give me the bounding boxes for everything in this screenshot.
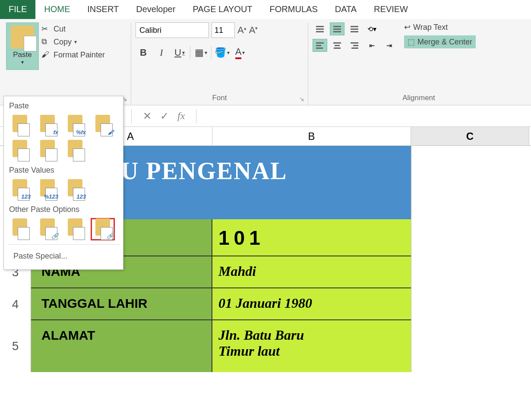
- scissors-icon: ✂: [41, 24, 51, 34]
- cell-b2[interactable]: 101: [212, 219, 411, 256]
- paste-option-values-number-format[interactable]: %123: [36, 179, 59, 201]
- font-name-select[interactable]: [136, 22, 209, 38]
- paste-section-header: Paste: [7, 99, 120, 113]
- align-middle-button[interactable]: [330, 22, 345, 35]
- increase-font-icon[interactable]: A▴: [237, 25, 247, 36]
- tab-page-layout[interactable]: PAGE LAYOUT: [184, 0, 261, 19]
- alignment-group-label: Alignment: [308, 94, 529, 105]
- paste-option-no-borders[interactable]: [8, 140, 32, 161]
- column-header-b[interactable]: B: [212, 127, 411, 145]
- cell-c5[interactable]: [411, 320, 529, 372]
- borders-button[interactable]: ▦: [193, 45, 209, 60]
- paste-option-values-source-format[interactable]: 123: [63, 179, 87, 201]
- merge-center-button[interactable]: ⬚ Merge & Center: [404, 35, 476, 48]
- cell-a5[interactable]: ALAMAT: [31, 320, 212, 372]
- paste-special-menu-item[interactable]: Paste Special...: [7, 247, 120, 265]
- font-group-label: Font: [131, 94, 308, 105]
- ribbon-tabs: FILE HOME INSERT Developer PAGE LAYOUT F…: [0, 0, 531, 19]
- bold-button[interactable]: B: [136, 45, 151, 60]
- paste-option-link[interactable]: 🔗: [36, 218, 59, 240]
- cut-button[interactable]: ✂ Cut: [41, 24, 105, 34]
- paste-option-keep-source-formatting[interactable]: 🖌: [91, 115, 114, 136]
- paste-icon: [11, 25, 34, 49]
- wrap-text-icon: ↩: [404, 22, 411, 32]
- tab-developer[interactable]: Developer: [127, 0, 184, 19]
- merge-icon: ⬚: [408, 37, 415, 47]
- cell-a4[interactable]: TANGGAL LAHIR: [31, 288, 212, 320]
- paste-option-formulas[interactable]: fx: [36, 115, 59, 136]
- group-alignment: ⟲▾ ⇤ ⇥ ↩ Wrap Text ⬚ Merge & Center: [308, 22, 529, 105]
- cell-c3[interactable]: [411, 256, 529, 288]
- paste-option-formulas-number-format[interactable]: %fx: [63, 115, 87, 136]
- wrap-text-button[interactable]: ↩ Wrap Text: [404, 22, 476, 32]
- cell-b3[interactable]: Mahdi: [212, 256, 411, 288]
- italic-button[interactable]: I: [154, 45, 169, 60]
- paste-dropdown-arrow[interactable]: ▾: [21, 59, 24, 65]
- tab-file[interactable]: FILE: [0, 0, 35, 19]
- cell-c2[interactable]: [411, 219, 529, 256]
- increase-indent-button[interactable]: ⇥: [382, 39, 396, 52]
- tab-insert[interactable]: INSERT: [79, 0, 127, 19]
- cell-c1[interactable]: [411, 146, 529, 219]
- cancel-formula-icon[interactable]: ✕: [143, 110, 152, 122]
- paste-values-section-header: Paste Values: [7, 163, 120, 177]
- column-header-a[interactable]: A: [123, 127, 212, 145]
- format-painter-label: Format Painter: [54, 51, 105, 60]
- formula-input[interactable]: [203, 105, 531, 126]
- wrap-text-label: Wrap Text: [413, 23, 448, 32]
- tab-review[interactable]: REVIEW: [365, 0, 417, 19]
- copy-label: Copy: [54, 38, 72, 47]
- paste-label: Paste: [13, 51, 32, 59]
- enter-formula-icon[interactable]: ✓: [160, 110, 169, 122]
- font-launcher-icon[interactable]: ↘: [299, 95, 306, 102]
- cell-b5[interactable]: Jln. Batu Baru Timur laut: [212, 320, 411, 372]
- cell-b4[interactable]: 01 Januari 1980: [212, 288, 411, 320]
- paste-option-keep-column-widths[interactable]: [36, 140, 59, 161]
- copy-icon: ⧉: [41, 37, 51, 47]
- font-size-select[interactable]: [212, 22, 235, 38]
- row-header-4[interactable]: 4: [0, 288, 31, 320]
- format-painter-button[interactable]: 🖌 Format Painter: [41, 50, 105, 60]
- brush-icon: 🖌: [41, 50, 51, 60]
- orientation-button[interactable]: ⟲▾: [364, 22, 379, 35]
- cell-c4[interactable]: [411, 288, 529, 320]
- cut-label: Cut: [54, 25, 66, 34]
- align-bottom-button[interactable]: [347, 22, 362, 35]
- tab-data[interactable]: DATA: [326, 0, 365, 19]
- copy-dropdown-arrow[interactable]: ▾: [74, 39, 77, 45]
- align-right-button[interactable]: [347, 39, 362, 52]
- row-header-5[interactable]: 5: [0, 320, 31, 372]
- tab-formulas[interactable]: FORMULAS: [261, 0, 326, 19]
- decrease-indent-button[interactable]: ⇤: [364, 39, 379, 52]
- group-font: A▴ A▾ B I U ▦ 🪣 A Font ↘: [131, 22, 308, 105]
- paste-option-linked-picture[interactable]: 🔗: [91, 218, 114, 240]
- decrease-font-icon[interactable]: A▾: [249, 25, 258, 36]
- underline-button[interactable]: U: [172, 45, 187, 60]
- paste-option-formatting[interactable]: [8, 218, 32, 240]
- paste-dropdown-menu: Paste fx %fx 🖌 Paste Values 123 %123 123…: [3, 96, 123, 270]
- paste-option-picture[interactable]: [63, 218, 87, 240]
- align-center-button[interactable]: [330, 39, 345, 52]
- fill-color-button[interactable]: 🪣: [214, 45, 230, 60]
- tab-home[interactable]: HOME: [35, 0, 79, 19]
- fx-icon[interactable]: fx: [177, 110, 185, 122]
- ribbon: Paste ▾ ✂ Cut ⧉ Copy ▾ 🖌 Format Painter: [0, 19, 531, 105]
- other-paste-section-header: Other Paste Options: [7, 202, 120, 217]
- font-color-button[interactable]: A: [232, 45, 248, 60]
- merge-center-label: Merge & Center: [417, 38, 472, 47]
- copy-button[interactable]: ⧉ Copy ▾: [41, 37, 105, 47]
- paste-option-paste[interactable]: [8, 115, 32, 136]
- group-clipboard: Paste ▾ ✂ Cut ⧉ Copy ▾ 🖌 Format Painter: [2, 22, 131, 105]
- table-row: 5 ALAMAT Jln. Batu Baru Timur laut: [0, 320, 531, 372]
- align-left-button[interactable]: [313, 39, 327, 52]
- column-header-c[interactable]: C: [411, 127, 529, 145]
- paste-button[interactable]: Paste ▾: [6, 22, 39, 70]
- paste-option-transpose[interactable]: [63, 140, 87, 161]
- align-top-button[interactable]: [313, 22, 327, 35]
- paste-option-values[interactable]: 123: [8, 179, 32, 201]
- table-row: 4 TANGGAL LAHIR 01 Januari 1980: [0, 288, 531, 320]
